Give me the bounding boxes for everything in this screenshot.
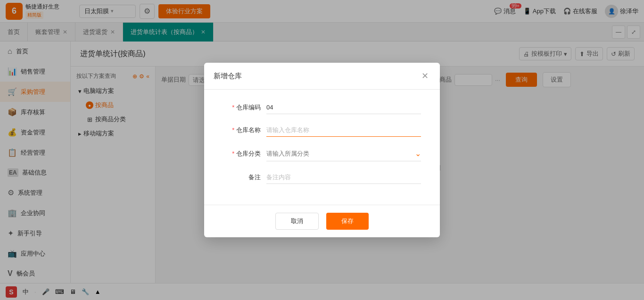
dialog-title: 新增仓库 bbox=[214, 72, 242, 81]
save-button[interactable]: 保存 bbox=[326, 213, 369, 230]
warehouse-code-row: 仓库编码 bbox=[223, 101, 421, 114]
warehouse-name-row: 仓库名称 bbox=[223, 124, 421, 137]
dialog-header: 新增仓库 ✕ bbox=[204, 63, 440, 90]
dialog-footer: 取消 保存 bbox=[204, 205, 440, 237]
warehouse-category-label: 仓库分类 bbox=[223, 150, 261, 158]
note-label: 备注 bbox=[223, 173, 261, 182]
warehouse-name-label: 仓库名称 bbox=[223, 126, 261, 134]
category-dropdown-icon: ⌄ bbox=[415, 149, 421, 158]
note-row: 备注 bbox=[223, 171, 421, 184]
note-input[interactable] bbox=[266, 171, 421, 184]
cancel-button[interactable]: 取消 bbox=[275, 213, 319, 230]
warehouse-category-row: 仓库分类 ⌄ bbox=[223, 146, 421, 161]
warehouse-category-input[interactable] bbox=[266, 150, 415, 157]
new-warehouse-dialog: 新增仓库 ✕ 仓库编码 仓库名称 仓库分类 ⌄ bbox=[204, 63, 440, 237]
warehouse-code-label: 仓库编码 bbox=[223, 103, 261, 112]
warehouse-name-input[interactable] bbox=[266, 124, 421, 137]
warehouse-category-select[interactable]: ⌄ bbox=[266, 146, 421, 161]
dialog-close-icon[interactable]: ✕ bbox=[419, 70, 430, 82]
dialog-body: 仓库编码 仓库名称 仓库分类 ⌄ 备注 bbox=[204, 90, 440, 205]
dialog-overlay: 新增仓库 ✕ 仓库编码 仓库名称 仓库分类 ⌄ bbox=[0, 0, 644, 300]
warehouse-code-input[interactable] bbox=[266, 101, 421, 114]
